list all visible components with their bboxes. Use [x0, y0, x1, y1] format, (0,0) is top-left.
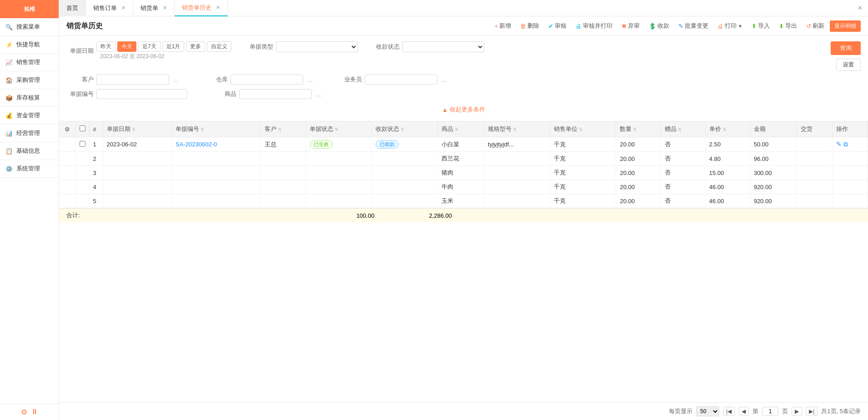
- td-collect-status: [371, 166, 437, 180]
- tab-sales-history[interactable]: 销货单历史 ✕: [175, 0, 228, 16]
- th-quantity[interactable]: 数量⇅: [616, 121, 661, 137]
- salesperson-input[interactable]: [365, 75, 437, 85]
- select-all-checkbox[interactable]: [80, 125, 85, 131]
- th-doc-status[interactable]: 单据状态⇅: [306, 121, 371, 137]
- td-sales-unit: 千克: [550, 166, 616, 180]
- query-button[interactable]: 查询: [831, 41, 861, 55]
- td-checkbox[interactable]: [75, 180, 89, 194]
- settings-button[interactable]: 设置: [836, 59, 861, 71]
- tab-sales-goods-close[interactable]: ✕: [163, 5, 167, 11]
- warehouse-dots[interactable]: ...: [308, 76, 313, 83]
- refresh-button[interactable]: ↺ 刷新: [803, 20, 828, 32]
- print-button[interactable]: 🖨 打印 ▼: [714, 20, 746, 32]
- tab-sales-order-close[interactable]: ✕: [121, 5, 125, 11]
- action-buttons: ✎ ⧉: [836, 140, 864, 148]
- first-page-btn[interactable]: |◀: [723, 407, 735, 416]
- audit-button[interactable]: ✔ 审核: [545, 20, 570, 32]
- collect-button[interactable]: 💲 收款: [645, 20, 673, 32]
- warehouse-label: 仓库: [201, 75, 228, 84]
- customer-dots[interactable]: ...: [174, 76, 179, 83]
- abandon-button[interactable]: ✖ 弃审: [618, 20, 643, 32]
- sidebar-item-quick-nav[interactable]: ⚡ 快捷导航: [0, 36, 59, 54]
- stock-icon: 📦: [5, 94, 13, 101]
- date-btn-yesterday[interactable]: 昨天: [96, 41, 115, 52]
- goods-input[interactable]: [239, 89, 312, 99]
- prev-page-btn[interactable]: ◀: [738, 407, 749, 416]
- th-sales-unit[interactable]: 销售单位⇅: [550, 121, 616, 137]
- copy-btn[interactable]: ⧉: [843, 140, 848, 148]
- th-doc-date[interactable]: 单据日期⇅: [103, 121, 172, 137]
- td-spec: [484, 166, 550, 180]
- date-btn-1month[interactable]: 近1月: [162, 41, 185, 52]
- doc-type-select[interactable]: [276, 41, 358, 52]
- row-checkbox[interactable]: [80, 141, 85, 147]
- add-button[interactable]: + 新增: [491, 20, 515, 32]
- th-customer[interactable]: 客户⇅: [261, 121, 306, 137]
- th-spec[interactable]: 规格型号⇅: [484, 121, 550, 137]
- collect-icon: 💲: [649, 23, 656, 30]
- td-transaction: [797, 194, 832, 208]
- tab-sales-history-close[interactable]: ✕: [216, 5, 220, 10]
- sidebar-item-purchase-mgmt[interactable]: 🏠 采购管理: [0, 71, 59, 89]
- th-unit-price[interactable]: 单价⇅: [705, 121, 750, 137]
- th-collect-status[interactable]: 收款状态⇅: [371, 121, 437, 137]
- th-amount[interactable]: 金额: [750, 121, 797, 137]
- sidebar-item-fund-mgmt[interactable]: 💰 资金管理: [0, 107, 59, 125]
- main-content: 首页 销售订单 ✕ 销货单 ✕ 销货单历史 ✕ ✕ 销货单历史 + 新增: [59, 0, 868, 420]
- td-checkbox[interactable]: [75, 166, 89, 180]
- td-checkbox[interactable]: [75, 194, 89, 208]
- audit-print-button[interactable]: 🖨 审核并打印: [572, 20, 616, 32]
- td-settings: [59, 166, 75, 180]
- doc-no-field: 单据编号: [66, 89, 187, 99]
- collapse-button[interactable]: ▲ 收起更多条件: [66, 104, 861, 115]
- sidebar-item-ops-mgmt[interactable]: 📊 经营管理: [0, 125, 59, 142]
- th-goods[interactable]: 商品⇅: [438, 121, 484, 137]
- td-settings: [59, 180, 75, 194]
- td-checkbox[interactable]: [75, 152, 89, 166]
- th-doc-no[interactable]: 单据编号⇅: [172, 121, 261, 137]
- doc-no-link[interactable]: SA-20230602-0: [176, 141, 217, 148]
- show-detail-button[interactable]: 显示明细: [830, 20, 861, 32]
- tab-sales-goods[interactable]: 销货单 ✕: [133, 0, 175, 16]
- doc-no-input[interactable]: [96, 89, 187, 99]
- th-settings[interactable]: ⚙: [59, 121, 75, 137]
- warehouse-input[interactable]: [231, 75, 303, 85]
- goods-dots[interactable]: ...: [316, 91, 321, 98]
- last-page-btn[interactable]: ▶|: [806, 407, 818, 416]
- sidebar-item-search-menu[interactable]: 🔍 搜索菜单: [0, 18, 59, 36]
- per-page-select[interactable]: 50 20 100: [696, 406, 719, 416]
- date-btn-more[interactable]: 更多: [186, 41, 205, 52]
- page-number-input[interactable]: [762, 407, 778, 416]
- tab-home[interactable]: 首页: [59, 0, 86, 16]
- sidebar-settings-btn[interactable]: ⚙: [21, 408, 27, 416]
- sidebar-item-sales-mgmt[interactable]: 📈 销售管理: [0, 54, 59, 71]
- tab-sales-order[interactable]: 销售订单 ✕: [86, 0, 133, 16]
- sidebar-collapse-btn[interactable]: ⏸: [31, 408, 38, 416]
- edit-btn[interactable]: ✎: [836, 140, 842, 148]
- td-unit-price: 46.00: [705, 194, 750, 208]
- sidebar-item-basic-info[interactable]: 📋 基础信息: [0, 142, 59, 160]
- export-button[interactable]: ⬇ 导出: [775, 20, 801, 32]
- chevron-up-icon: ▲: [442, 106, 448, 113]
- next-page-btn[interactable]: ▶: [792, 407, 802, 416]
- date-btn-today[interactable]: 今天: [117, 41, 136, 52]
- sidebar-item-label: 采购管理: [16, 76, 40, 84]
- date-btn-7days[interactable]: 近7天: [138, 41, 161, 52]
- date-btn-custom[interactable]: 自定义: [207, 41, 231, 52]
- table-row: 5 玉米 千克 20.00 否 46.00 920.00: [59, 194, 868, 208]
- th-gift[interactable]: 赠品⇅: [661, 121, 705, 137]
- tab-close-all-btn[interactable]: ✕: [852, 5, 868, 11]
- delete-button[interactable]: 🗑 删除: [517, 20, 543, 32]
- sidebar-item-sys-mgmt[interactable]: ⚙️ 系统管理: [0, 160, 59, 178]
- th-checkbox[interactable]: [75, 121, 89, 137]
- collect-status-field: 收款状态: [372, 41, 484, 52]
- import-button[interactable]: ⬆ 导入: [748, 20, 773, 32]
- td-checkbox[interactable]: [75, 137, 89, 152]
- page-suffix: 页: [782, 407, 788, 415]
- date-filter-label: 单据日期: [66, 47, 94, 55]
- salesperson-dots[interactable]: ...: [442, 76, 447, 83]
- sidebar-item-stock-calc[interactable]: 📦 库存核算: [0, 89, 59, 107]
- batch-change-button[interactable]: ✎ 批量变更: [675, 20, 712, 32]
- customer-input[interactable]: [96, 75, 169, 85]
- collect-status-select[interactable]: [402, 41, 484, 52]
